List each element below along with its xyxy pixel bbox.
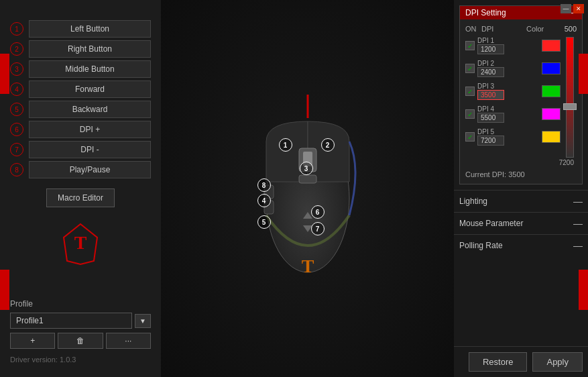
right-red-bar-top	[579, 54, 588, 94]
section-label-2: Polling Rate	[459, 241, 503, 250]
driver-version: Driver version: 1.0.3	[10, 356, 151, 364]
mouse-btn-2[interactable]: Right Button	[29, 40, 151, 58]
dpi-info-2: DPI 22400	[477, 60, 539, 77]
section-header-2[interactable]: Polling Rate—	[459, 240, 583, 251]
button-row: 2Right Button	[10, 40, 151, 58]
button-row: 1Left Button	[10, 20, 151, 38]
button-number: 6	[10, 123, 23, 136]
dpi-color-swatch-1[interactable]	[542, 40, 561, 52]
collapsible-sections: Lighting—Mouse Parameter—Polling Rate—	[454, 190, 588, 256]
button-number: 4	[10, 83, 23, 96]
bottom-bar: Restore Apply	[454, 346, 588, 377]
mouse-btn-7[interactable]: DPI -	[29, 141, 151, 158]
profile-section: Profile Profile1 Profile2 Profile3 ▼ + 🗑…	[10, 299, 151, 349]
button-row: 3Middle Button	[10, 60, 151, 78]
label-2: 2	[321, 138, 335, 152]
dpi-col-dpi: DPI	[481, 25, 524, 33]
dpi-value-4[interactable]: 5500	[477, 113, 504, 123]
dpi-color-swatch-2[interactable]	[542, 62, 561, 74]
right-panel: DPI Setting — ON DPI Color 500 DPI 11200…	[454, 0, 588, 377]
profile-actions: + 🗑 ···	[10, 333, 151, 349]
dpi-value-1[interactable]: 1200	[477, 44, 504, 54]
dpi-name-5: DPI 5	[477, 128, 539, 136]
section-header-1[interactable]: Mouse Parameter—	[459, 218, 583, 229]
dpi-checkbox-4[interactable]	[465, 109, 475, 119]
center-panel: T 1 2 3 4 5 6 7 8	[161, 0, 454, 377]
button-row: 7DPI -	[10, 141, 151, 158]
dpi-row-1: DPI 11200	[465, 37, 561, 54]
dpi-value-5[interactable]: 7200	[477, 136, 504, 146]
button-row: 5Backward	[10, 101, 151, 118]
dpi-color-swatch-3[interactable]	[542, 85, 561, 97]
current-dpi-label: Current DPI: 3500	[465, 170, 577, 178]
close-button[interactable]: ✕	[573, 4, 584, 13]
section-toggle-icon-2[interactable]: —	[573, 240, 583, 251]
button-row: 6DPI +	[10, 121, 151, 138]
profile-select[interactable]: Profile1 Profile2 Profile3	[10, 313, 132, 329]
dpi-checkbox-3[interactable]	[465, 87, 475, 96]
svg-text:T: T	[301, 256, 314, 276]
section-label-1: Mouse Parameter	[459, 219, 523, 228]
svg-rect-6	[299, 175, 316, 183]
button-list: 1Left Button2Right Button3Middle Button4…	[10, 20, 151, 178]
restore-button[interactable]: Restore	[469, 352, 528, 372]
dpi-row-5: DPI 57200	[465, 128, 561, 146]
label-6: 6	[311, 205, 325, 219]
more-profile-button[interactable]: ···	[106, 333, 151, 349]
dpi-header-row: ON DPI Color 500	[465, 25, 577, 33]
left-panel: 1Left Button2Right Button3Middle Button4…	[0, 0, 161, 377]
mouse-btn-1[interactable]: Left Button	[29, 20, 151, 38]
dpi-checkbox-1[interactable]	[465, 41, 475, 50]
macro-editor-button[interactable]: Macro Editor	[46, 188, 115, 207]
dpi-name-3: DPI 3	[477, 83, 539, 90]
logo-area: T	[10, 221, 151, 268]
dpi-col-color: Color	[526, 25, 550, 33]
button-number: 5	[10, 103, 23, 116]
mouse-btn-6[interactable]: DPI +	[29, 121, 151, 138]
section-0: Lighting—	[454, 190, 588, 212]
label-7: 7	[311, 222, 325, 235]
dpi-checkbox-5[interactable]	[465, 132, 475, 142]
mouse-image: T 1 2 3 4 5 6 7 8	[244, 81, 371, 296]
profile-select-row: Profile1 Profile2 Profile3 ▼	[10, 313, 151, 329]
mouse-btn-8[interactable]: Play/Pause	[29, 161, 151, 178]
brand-logo: T	[57, 221, 104, 268]
dpi-slider-track[interactable]	[566, 37, 574, 158]
dpi-panel-title-text: DPI Setting	[465, 8, 506, 17]
profile-label: Profile	[10, 299, 151, 309]
apply-button[interactable]: Apply	[532, 352, 583, 372]
left-red-bar-top	[0, 54, 9, 94]
dpi-color-swatch-5[interactable]	[542, 131, 561, 143]
dpi-info-3: DPI 33500	[477, 83, 539, 100]
dpi-info-4: DPI 45500	[477, 105, 539, 123]
app-wrapper: — ✕ 1Left Button2Right Button3Middle But…	[0, 0, 588, 377]
mouse-btn-4[interactable]: Forward	[29, 80, 151, 98]
dpi-name-1: DPI 1	[477, 37, 539, 44]
label-8: 8	[257, 178, 271, 192]
section-toggle-icon-0[interactable]: —	[573, 196, 583, 207]
dpi-checkbox-2[interactable]	[465, 64, 475, 73]
delete-profile-button[interactable]: 🗑	[58, 333, 103, 349]
minimize-button[interactable]: —	[561, 4, 571, 13]
add-profile-button[interactable]: +	[10, 333, 55, 349]
dpi-info-1: DPI 11200	[477, 37, 539, 54]
profile-dropdown-arrow[interactable]: ▼	[135, 314, 151, 328]
section-header-0[interactable]: Lighting—	[459, 196, 583, 207]
dpi-slider-bottom-val: 7200	[559, 159, 574, 166]
dpi-row-3: DPI 33500	[465, 83, 561, 100]
dpi-slider-thumb[interactable]	[563, 103, 577, 110]
dpi-value-2[interactable]: 2400	[477, 67, 504, 77]
section-toggle-icon-1[interactable]: —	[573, 218, 583, 229]
dpi-slider-section	[563, 37, 577, 158]
dpi-color-swatch-4[interactable]	[542, 108, 561, 120]
svg-text:T: T	[74, 232, 87, 253]
button-row: 4Forward	[10, 80, 151, 98]
dpi-rows-section: DPI 11200DPI 22400DPI 33500DPI 45500DPI …	[465, 37, 561, 148]
mouse-btn-5[interactable]: Backward	[29, 101, 151, 118]
mouse-btn-3[interactable]: Middle Button	[29, 60, 151, 78]
dpi-panel: DPI Setting — ON DPI Color 500 DPI 11200…	[459, 5, 583, 184]
window-controls: — ✕	[561, 4, 584, 13]
button-number: 2	[10, 42, 23, 56]
dpi-value-3[interactable]: 3500	[477, 90, 504, 100]
label-3: 3	[300, 162, 313, 175]
